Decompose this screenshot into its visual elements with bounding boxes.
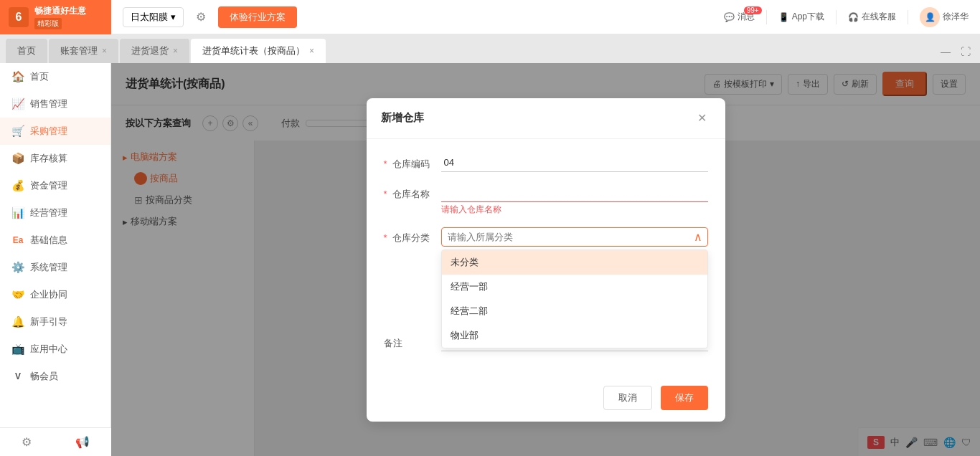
speaker-icon[interactable]: 📢 [75, 435, 90, 449]
tab-purchase-return-close[interactable]: × [173, 46, 178, 56]
property-label: 物业部 [451, 330, 479, 341]
message-icon: 💬 [724, 12, 735, 22]
remark-label-text: 备注 [384, 338, 402, 348]
online-service-item[interactable]: 🎧 在线客服 [848, 11, 896, 23]
category-label: * 仓库分类 [384, 227, 441, 244]
code-input[interactable] [441, 153, 708, 172]
dropdown-item-dept2[interactable]: 经营二部 [442, 299, 707, 323]
sidebar-finance-label: 资金管理 [30, 179, 67, 192]
tab-purchase-return[interactable]: 进货退货 × [120, 39, 189, 63]
store-name: 日太阳膜 [131, 11, 168, 24]
brand-badge: 精彩版 [34, 18, 62, 29]
divider3 [908, 10, 908, 24]
dropdown-item-dept1[interactable]: 经营一部 [442, 275, 707, 299]
sidebar-item-collab[interactable]: 🤝 企业协同 [0, 281, 110, 308]
required-star-code: * [384, 158, 387, 169]
store-selector[interactable]: 日太阳膜 ▾ [123, 7, 184, 27]
system-icon: ⚙️ [11, 261, 24, 274]
sidebar-system-label: 系统管理 [30, 261, 67, 274]
base-info-icon: Ea [11, 234, 24, 247]
dept2-label: 经营二部 [451, 305, 488, 316]
modal-backdrop[interactable]: 新增仓库 ✕ * 仓库编码 [111, 63, 980, 456]
tab-actions: — ⛶ [937, 43, 974, 63]
name-input[interactable] [441, 184, 708, 202]
add-warehouse-modal: 新增仓库 ✕ * 仓库编码 [367, 98, 725, 422]
tab-home[interactable]: 首页 [6, 39, 47, 63]
sidebar-item-app-center[interactable]: 📺 应用中心 [0, 336, 110, 363]
logo-area: 6 畅捷通好生意 精彩版 [0, 0, 111, 34]
modal-footer: 取消 保存 [367, 377, 725, 422]
required-star-category: * [384, 232, 387, 243]
sidebar-base-info-label: 基础信息 [30, 234, 67, 247]
code-label-text: 仓库编码 [392, 158, 430, 169]
headset-icon: 🎧 [848, 12, 859, 22]
category-select-wrap: ∧ 未分类 经营一部 经营二部 [441, 227, 708, 247]
required-star-name: * [384, 189, 387, 199]
logo-icon: 6 [9, 7, 29, 27]
tab-home-label: 首页 [17, 44, 36, 57]
message-badge: 99+ [744, 6, 762, 14]
message-item[interactable]: 💬 消息 99+ [724, 11, 755, 23]
save-button[interactable]: 保存 [661, 386, 708, 410]
user-item[interactable]: 👤 徐泽华 [920, 7, 969, 27]
member-icon: V [11, 370, 24, 383]
name-label: * 仓库名称 [384, 184, 441, 201]
app-download-item[interactable]: 📱 App下载 [778, 11, 824, 23]
chevron-up-icon[interactable]: ∧ [694, 230, 702, 244]
dropdown-item-property[interactable]: 物业部 [442, 323, 707, 348]
content-area: 进货单统计(按商品) 🖨 按模板打印 ▾ ↑ 导出 ↺ 刷新 查询 设置 [111, 63, 980, 456]
sidebar-member-label: 畅会员 [30, 370, 58, 383]
sidebar-item-inventory[interactable]: 📦 库存核算 [0, 145, 110, 172]
brand-text: 畅捷通好生意 精彩版 [34, 5, 86, 29]
dept1-label: 经营一部 [451, 281, 488, 292]
guide-icon: 🔔 [11, 315, 24, 328]
tab-minimize-icon[interactable]: — [937, 43, 954, 60]
sidebar-item-base-info[interactable]: Ea 基础信息 [0, 227, 110, 254]
dropdown-item-unclassified[interactable]: 未分类 [442, 250, 707, 275]
gear-button[interactable]: ⚙ [189, 6, 212, 29]
sidebar-guide-label: 新手引导 [30, 315, 67, 328]
sidebar-item-member[interactable]: V 畅会员 [0, 363, 110, 390]
management-icon: 📊 [11, 206, 24, 219]
online-service-label: 在线客服 [862, 11, 896, 23]
sidebar-collab-label: 企业协同 [30, 288, 67, 301]
modal-close-button[interactable]: ✕ [694, 110, 711, 127]
phone-icon: 📱 [778, 12, 789, 22]
settings-bottom-icon[interactable]: ⚙ [22, 435, 32, 449]
top-header: 6 畅捷通好生意 精彩版 日太阳膜 ▾ ⚙ 体验行业方案 💬 消息 99+ 📱 … [0, 0, 980, 34]
name-input-wrap: 请输入仓库名称 [441, 184, 708, 216]
sidebar-item-system[interactable]: ⚙️ 系统管理 [0, 254, 110, 281]
unclassified-label: 未分类 [451, 257, 479, 267]
cancel-button[interactable]: 取消 [603, 386, 652, 410]
username: 徐泽华 [943, 11, 969, 23]
sidebar-sales-label: 销售管理 [30, 98, 67, 110]
modal-header: 新增仓库 ✕ [367, 98, 725, 139]
tab-purchase-stats-label: 进货单统计表（按商品） [202, 44, 305, 57]
name-row: * 仓库名称 请输入仓库名称 [384, 184, 708, 216]
sidebar-item-home[interactable]: 🏠 首页 [0, 63, 110, 90]
category-input[interactable] [441, 227, 708, 247]
sidebar-item-management[interactable]: 📊 经营管理 [0, 199, 110, 227]
tab-accounts[interactable]: 账套管理 × [49, 39, 118, 63]
avatar: 👤 [920, 7, 940, 27]
category-dropdown: 未分类 经营一部 经营二部 物业部 [441, 250, 708, 348]
sidebar-item-sales[interactable]: 📈 销售管理 [0, 90, 110, 118]
tab-accounts-close[interactable]: × [102, 46, 107, 56]
sidebar-item-purchase[interactable]: 🛒 采购管理 [0, 118, 110, 145]
chevron-down-icon: ▾ [171, 11, 176, 22]
tab-purchase-stats-close[interactable]: × [309, 46, 314, 56]
main-layout: 🏠 首页 📈 销售管理 🛒 采购管理 📦 库存核算 💰 资金管理 📊 经营管理 … [0, 63, 980, 456]
sidebar-home-label: 首页 [30, 70, 49, 83]
sidebar-inventory-label: 库存核算 [30, 152, 67, 165]
code-label: * 仓库编码 [384, 153, 441, 171]
sidebar: 🏠 首页 📈 销售管理 🛒 采购管理 📦 库存核算 💰 资金管理 📊 经营管理 … [0, 63, 111, 456]
sidebar-item-finance[interactable]: 💰 资金管理 [0, 172, 110, 199]
trial-button[interactable]: 体验行业方案 [218, 6, 297, 28]
tab-maximize-icon[interactable]: ⛶ [957, 43, 974, 60]
finance-icon: 💰 [11, 179, 24, 192]
sidebar-purchase-label: 采购管理 [30, 125, 67, 138]
sidebar-item-guide[interactable]: 🔔 新手引导 [0, 308, 110, 336]
tab-purchase-stats[interactable]: 进货单统计表（按商品） × [191, 39, 326, 63]
sidebar-management-label: 经营管理 [30, 206, 67, 219]
divider [766, 10, 767, 24]
